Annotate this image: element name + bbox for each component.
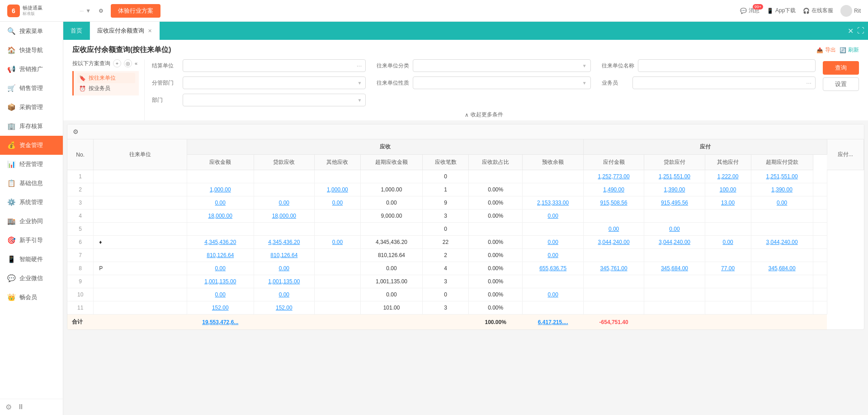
messages-button[interactable]: 💬 消息 99+ [740, 7, 760, 14]
add-scheme-button[interactable]: + [113, 59, 121, 67]
partner-nature-input[interactable]: ▼ [413, 76, 590, 89]
table-row: 6♦4,345,436.204,345,436.200.004,345,436.… [67, 236, 864, 249]
online-service-button[interactable]: 🎧 在线客服 [803, 7, 833, 14]
partner-category-input[interactable]: ▼ [413, 59, 590, 72]
sidebar-item-guide[interactable]: 🎯 新手引导 [0, 231, 63, 250]
refresh-button[interactable]: 🔄 刷新 [840, 46, 859, 54]
salesman-input[interactable]: ··· [632, 76, 816, 89]
sidebar-label: 库存核算 [19, 122, 43, 130]
header-right: 💬 消息 99+ 📱 App下载 🎧 在线客服 Rit [740, 5, 861, 17]
setting-button[interactable]: 设置 [823, 77, 859, 91]
sidebar-item-sales[interactable]: 🛒 销售管理 [0, 79, 63, 98]
dots-icon: ··· [357, 62, 362, 69]
table-row: 500.000.00 [67, 223, 864, 236]
page-actions: 📤 导出 🔄 刷新 [816, 46, 859, 54]
sidebar-label: 搜索菜单 [19, 27, 43, 35]
dept-input[interactable]: ▼ [183, 94, 366, 106]
tab-close-all-icon[interactable]: ✕ [848, 27, 854, 35]
collapse-scheme-icon[interactable]: « [135, 61, 137, 66]
sidebar-item-finance[interactable]: 💰 资金管理 [0, 136, 63, 155]
system-icon: ⚙️ [7, 198, 16, 206]
sidebar-item-purchase[interactable]: 📦 采购管理 [0, 98, 63, 117]
chevron-up-icon: ∧ [465, 112, 469, 118]
tab-ar-ap[interactable]: 应收应付余额查询 ✕ [90, 22, 160, 40]
sidebar-label: 畅会员 [19, 293, 37, 301]
user-area[interactable]: Rit [840, 5, 861, 17]
table-row: 30.000.000.000.0090.00%2,153,333.00915,5… [67, 196, 864, 210]
partner-name-input[interactable] [638, 59, 816, 72]
footer-ar-ratio: 100.00% [468, 315, 523, 330]
col-ar-group: 应收 [187, 139, 583, 155]
app-download-button[interactable]: 📱 App下载 [767, 7, 796, 14]
tab-home[interactable]: 首页 [63, 22, 90, 40]
tab-bar-right: ✕ ⛶ [844, 22, 868, 40]
search-icon: 🔍 [7, 27, 16, 35]
tab-home-label: 首页 [71, 27, 82, 35]
scheme-header-label: 按以下方案查询 [72, 60, 110, 67]
basic-info-icon: 📋 [7, 179, 16, 187]
sidebar-item-member[interactable]: 👑 畅会员 [0, 288, 63, 307]
top-header: 6 畅捷通赢 标准版 ··· ▼ ⚙ 体验行业方案 💬 消息 99+ 📱 App… [0, 0, 868, 22]
sidebar-label: 智能硬件 [19, 255, 43, 263]
table-settings-icon[interactable]: ⚙ [73, 128, 79, 135]
finance-icon: 💰 [7, 141, 16, 149]
user-avatar [840, 5, 852, 17]
page-header: 应收应付余额查询(按往来单位) 📤 导出 🔄 刷新 [63, 40, 868, 55]
field-partner-name: 往来单位名称 [602, 59, 816, 72]
breadcrumb-chevron: ▼ [85, 8, 91, 14]
settlement-unit-input[interactable]: ··· [183, 59, 366, 72]
sidebar-item-search-menu[interactable]: 🔍 搜索菜单 [0, 22, 63, 41]
sidebar-item-hardware[interactable]: 📱 智能硬件 [0, 250, 63, 269]
edit-scheme-button[interactable]: ◎ [124, 59, 132, 67]
tab-close-icon[interactable]: ✕ [148, 28, 152, 34]
col-ar-ratio: 应收款占比 [468, 155, 523, 170]
download-icon: 📱 [767, 8, 774, 14]
data-table: No. 往来单位 应收 应付 应付... 应收金额 贷款应收 其他应收 超期应收… [67, 139, 864, 329]
table-toolbar: ⚙ [67, 124, 864, 139]
footer-ar-prepay[interactable]: 6,417,215.... [523, 315, 583, 330]
settings-gear-icon[interactable]: ⚙ [94, 5, 107, 17]
sidebar-item-quick-nav[interactable]: 🏠 快捷导航 [0, 41, 63, 60]
page-content: 应收应付余额查询(按往来单位) 📤 导出 🔄 刷新 按以下方案查询 + ◎ [63, 40, 868, 415]
table-row: 100.000.000.0000.00%0.00 [67, 288, 864, 301]
table-row: 91,001,135.001,001,135.001,001,135.0030.… [67, 275, 864, 288]
sidebar-item-enterprise[interactable]: 🏬 企业协同 [0, 212, 63, 231]
sidebar-item-wechat[interactable]: 💬 企业微信 [0, 269, 63, 288]
sidebar-item-system[interactable]: ⚙️ 系统管理 [0, 193, 63, 212]
collapse-more-btn[interactable]: ∧ 收起更多条件 [152, 109, 816, 120]
table-scroll[interactable]: No. 往来单位 应收 应付 应付... 应收金额 贷款应收 其他应收 超期应收… [67, 139, 864, 329]
field-settlement-unit: 结算单位 ··· [152, 59, 366, 72]
table-footer-row: 合计 19,553,472,6... 100.00% 6,417,215....… [67, 315, 864, 330]
main-content: 首页 应收应付余额查询 ✕ ✕ ⛶ 应收应付余额查询(按往来单位) 📤 导出 🔄… [63, 22, 868, 415]
field-partner-category: 往来单位分类 ▼ [377, 59, 590, 72]
logo-text-group: 畅捷通赢 标准版 [23, 5, 42, 17]
dept-manager-input[interactable]: ▼ [183, 76, 366, 89]
app-badge: 标准版 [23, 11, 42, 17]
col-ap-more: 应付... [827, 139, 863, 170]
breadcrumb: ··· ▼ [80, 8, 91, 14]
sidebar-item-inventory[interactable]: 🏢 库存核算 [0, 117, 63, 136]
table-section: ⚙ No. 往来单位 应收 应付 应付... 应收金额 贷 [67, 124, 864, 330]
export-button[interactable]: 📤 导出 [816, 46, 836, 54]
dots-icon-2: ··· [806, 79, 811, 86]
field-dept-manager: 分管部门 ▼ [152, 76, 366, 89]
operations-icon: 📊 [7, 160, 16, 168]
footer-label: 合计 [67, 315, 187, 330]
sidebar-collapse-icon[interactable]: ⏸ [17, 403, 24, 411]
enterprise-icon: 🏬 [7, 217, 16, 225]
sidebar-item-basic-info[interactable]: 📋 基础信息 [0, 174, 63, 193]
page-title: 应收应付余额查询(按往来单位) [72, 45, 171, 55]
partner-category-label: 往来单位分类 [377, 62, 409, 70]
footer-ar-amount[interactable]: 19,553,472,6... [187, 315, 254, 330]
query-button[interactable]: 查询 [823, 61, 859, 75]
scheme-item-partner[interactable]: 🔖 按往来单位 [77, 73, 135, 83]
scheme-item-salesman[interactable]: ⏰ 按业务员 [77, 83, 135, 94]
tab-expand-icon[interactable]: ⛶ [857, 27, 864, 35]
sidebar-gear-icon[interactable]: ⚙ [5, 403, 12, 411]
solution-button[interactable]: 体验行业方案 [111, 4, 160, 18]
marketing-icon: 📢 [7, 65, 16, 73]
sidebar-item-operations[interactable]: 📊 经营管理 [0, 155, 63, 174]
sidebar-label: 企业协同 [19, 217, 43, 225]
sidebar-item-marketing[interactable]: 📢 营销推广 [0, 60, 63, 79]
breadcrumb-text: ··· [80, 8, 84, 14]
